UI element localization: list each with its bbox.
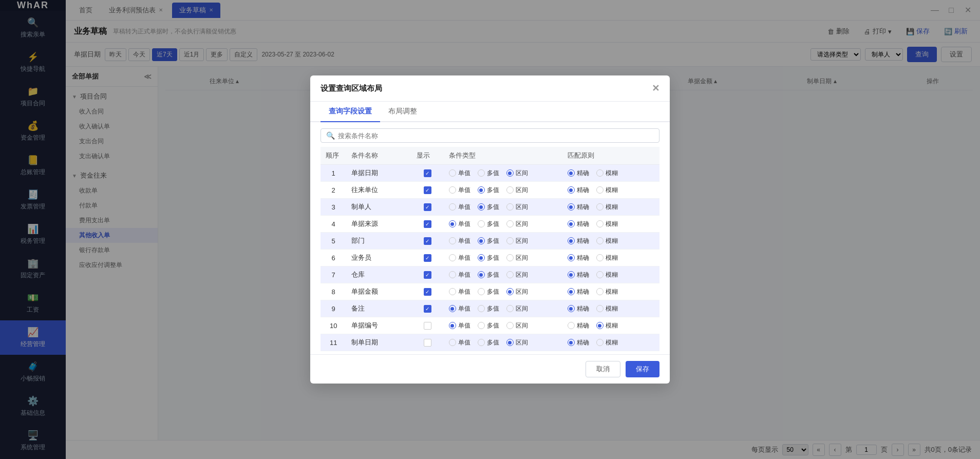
th-name: 条件名称 (346, 147, 411, 165)
radio-match-精确[interactable]: 精确 (568, 304, 589, 313)
checkbox-unchecked[interactable] (424, 339, 431, 347)
cell-show[interactable] (411, 317, 444, 334)
checkbox-checked[interactable]: ✓ (424, 254, 431, 262)
radio-match-模糊[interactable]: 模糊 (596, 186, 618, 195)
radio-type-多值[interactable]: 多值 (478, 271, 499, 279)
checkbox-checked[interactable]: ✓ (424, 220, 431, 228)
cell-show[interactable] (411, 334, 444, 351)
radio-type-单值[interactable]: 单值 (449, 203, 470, 212)
checkbox-checked[interactable]: ✓ (424, 186, 431, 194)
radio-type-多值[interactable]: 多值 (478, 220, 499, 228)
radio-type-单值[interactable]: 单值 (449, 169, 470, 178)
radio-type-单值[interactable]: 单值 (449, 338, 470, 347)
radio-type-区间[interactable]: 区间 (506, 237, 528, 245)
radio-type-单值[interactable]: 单值 (449, 304, 470, 313)
checkbox-checked[interactable]: ✓ (424, 203, 431, 211)
radio-type-区间[interactable]: 区间 (506, 254, 528, 262)
radio-match-模糊[interactable]: 模糊 (596, 338, 618, 347)
radio-type-单值[interactable]: 单值 (449, 237, 470, 245)
radio-match-模糊[interactable]: 模糊 (596, 169, 618, 178)
radio-type-区间[interactable]: 区间 (506, 288, 528, 296)
radio-type-多值[interactable]: 多值 (478, 254, 499, 262)
cell-show[interactable]: ✓ (411, 300, 444, 317)
radio-match-精确[interactable]: 精确 (568, 321, 589, 330)
radio-type-区间[interactable]: 区间 (506, 169, 528, 178)
radio-type-单值[interactable]: 单值 (449, 220, 470, 228)
checkbox-checked[interactable]: ✓ (424, 169, 431, 177)
checkbox-checked[interactable]: ✓ (424, 305, 431, 313)
radio-type-区间[interactable]: 区间 (506, 304, 528, 313)
radio-match-模糊[interactable]: 模糊 (596, 254, 618, 262)
radio-dot-unchecked (478, 288, 485, 295)
radio-match-精确[interactable]: 精确 (568, 186, 589, 195)
radio-type-单值[interactable]: 单值 (449, 271, 470, 279)
radio-type-单值[interactable]: 单值 (449, 186, 470, 195)
radio-type-区间[interactable]: 区间 (506, 186, 528, 195)
checkbox-checked[interactable]: ✓ (424, 271, 431, 279)
cell-name: 部门 (346, 233, 411, 250)
cell-show[interactable]: ✓ (411, 250, 444, 266)
radio-dot-unchecked (506, 203, 514, 211)
radio-type-多值[interactable]: 多值 (478, 304, 499, 313)
radio-type-单值[interactable]: 单值 (449, 321, 470, 330)
radio-match-模糊[interactable]: 模糊 (596, 304, 618, 313)
cell-show[interactable]: ✓ (411, 199, 444, 216)
radio-match-精确[interactable]: 精确 (568, 338, 589, 347)
checkbox-checked[interactable]: ✓ (424, 237, 431, 245)
radio-dot-unchecked (596, 271, 604, 278)
radio-dot-checked (568, 288, 575, 295)
dialog-overlay: 设置查询区域布局 ✕ 查询字段设置 布局调整 🔍 顺序 条件名称 (0, 0, 980, 459)
radio-type-多值[interactable]: 多值 (478, 288, 499, 296)
radio-match-精确[interactable]: 精确 (568, 169, 589, 178)
radio-type-区间[interactable]: 区间 (506, 203, 528, 212)
tab-layout[interactable]: 布局调整 (380, 102, 425, 122)
cell-show[interactable]: ✓ (411, 283, 444, 300)
cell-show[interactable]: ✓ (411, 165, 444, 182)
checkbox-unchecked[interactable] (424, 322, 431, 330)
radio-match-精确[interactable]: 精确 (568, 203, 589, 212)
radio-type-多值[interactable]: 多值 (478, 186, 499, 195)
radio-match-精确[interactable]: 精确 (568, 254, 589, 262)
radio-match-模糊[interactable]: 模糊 (596, 220, 618, 228)
cell-match: 精确模糊 (562, 250, 659, 266)
radio-type-多值[interactable]: 多值 (478, 237, 499, 245)
radio-type-多值[interactable]: 多值 (478, 338, 499, 347)
radio-match-模糊[interactable]: 模糊 (596, 288, 618, 296)
cell-show[interactable]: ✓ (411, 233, 444, 250)
radio-match-精确[interactable]: 精确 (568, 271, 589, 279)
cell-order: 6 (321, 250, 346, 266)
cell-show[interactable]: ✓ (411, 216, 444, 233)
radio-type-多值[interactable]: 多值 (478, 321, 499, 330)
cell-name: 业务员 (346, 250, 411, 266)
radio-match-精确[interactable]: 精确 (568, 288, 589, 296)
table-row: 4单据来源✓单值多值区间精确模糊 (321, 216, 659, 233)
radio-match-模糊[interactable]: 模糊 (596, 271, 618, 279)
radio-type-单值[interactable]: 单值 (449, 254, 470, 262)
tab-query-fields[interactable]: 查询字段设置 (321, 102, 380, 122)
radio-match-模糊[interactable]: 模糊 (596, 237, 618, 245)
dialog-save-btn[interactable]: 保存 (626, 361, 659, 377)
radio-type-区间[interactable]: 区间 (506, 338, 528, 347)
radio-match-模糊[interactable]: 模糊 (596, 321, 618, 330)
radio-dot-unchecked (506, 186, 514, 194)
radio-dot-checked (568, 237, 575, 244)
cell-show[interactable]: ✓ (411, 266, 444, 283)
radio-type-单值[interactable]: 单值 (449, 288, 470, 296)
radio-match-精确[interactable]: 精确 (568, 237, 589, 245)
radio-dot-checked (568, 186, 575, 194)
radio-type-多值[interactable]: 多值 (478, 169, 499, 178)
radio-type-多值[interactable]: 多值 (478, 203, 499, 212)
radio-type-区间[interactable]: 区间 (506, 321, 528, 330)
cell-show[interactable]: ✓ (411, 182, 444, 199)
table-row: 5部门✓单值多值区间精确模糊 (321, 233, 659, 250)
search-input[interactable] (338, 132, 654, 140)
radio-match-模糊[interactable]: 模糊 (596, 203, 618, 212)
radio-type-区间[interactable]: 区间 (506, 271, 528, 279)
cancel-btn[interactable]: 取消 (586, 361, 620, 377)
radio-dot-unchecked (596, 288, 604, 295)
radio-match-精确[interactable]: 精确 (568, 220, 589, 228)
radio-type-区间[interactable]: 区间 (506, 220, 528, 228)
checkbox-checked[interactable]: ✓ (424, 288, 431, 296)
dialog-close-btn[interactable]: ✕ (652, 83, 659, 94)
dialog-tabs: 查询字段设置 布局调整 (310, 102, 670, 122)
